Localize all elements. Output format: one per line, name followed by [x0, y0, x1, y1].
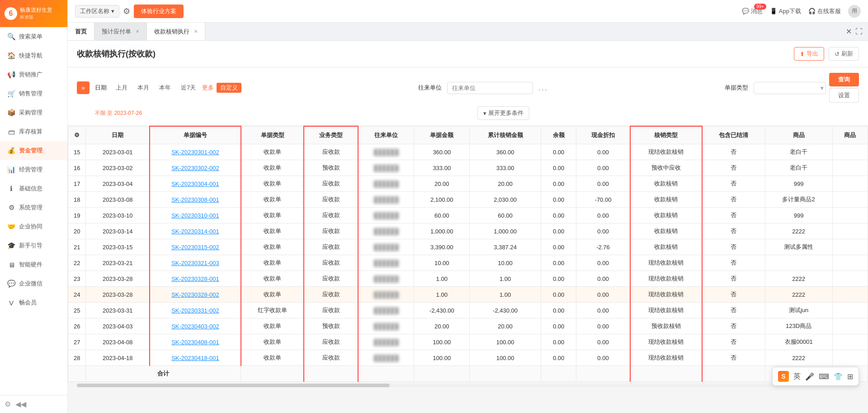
tab-expand-icon[interactable]: ⛶ — [855, 28, 863, 36]
doc-no-link[interactable]: SK-20230302-002 — [171, 165, 219, 171]
sidebar-item-basic[interactable]: ℹ 基础信息 — [0, 179, 67, 198]
col-settings-header[interactable]: ⚙ — [68, 126, 86, 144]
col-amount-header[interactable]: 单据金额 — [414, 126, 470, 144]
cell-discount: -2.76 — [576, 239, 630, 255]
sidebar-item-inventory[interactable]: 🗃 库存核算 — [0, 122, 67, 141]
doc-no-link[interactable]: SK-20230314-001 — [171, 228, 219, 235]
doc-no-link[interactable]: SK-20230304-001 — [171, 180, 219, 187]
date-btn-this-month[interactable]: 本月 — [134, 83, 153, 93]
cell-balance: 0.00 — [541, 350, 576, 366]
refresh-button[interactable]: ↺ 刷新 — [829, 47, 859, 61]
cell-no: 23 — [68, 271, 86, 287]
doc-no-link[interactable]: SK-20230418-001 — [171, 355, 219, 361]
doc-no-link[interactable]: SK-20230328-002 — [171, 291, 219, 298]
cell-date: 2023-03-08 — [86, 192, 150, 208]
workspace-selector[interactable]: 工作区名称 ▾ — [75, 5, 119, 18]
cell-biztype: 应收款 — [304, 208, 358, 223]
col-docno-header[interactable]: 单据编号 — [150, 126, 241, 144]
sidebar-item-marketing[interactable]: 📢 营销推广 — [0, 65, 67, 84]
date-more-link[interactable]: 更多 — [202, 84, 214, 92]
receipt-type-select[interactable] — [754, 82, 826, 94]
tab-close-all-icon[interactable]: ✕ — [846, 27, 852, 36]
sidebar-item-enterprise[interactable]: 🤝 企业协同 — [0, 217, 67, 236]
sidebar-item-system[interactable]: ⚙ 系统管理 — [0, 198, 67, 217]
col-biztype-header[interactable]: 业务类型 — [304, 126, 358, 144]
date-btn-this-year[interactable]: 本年 — [156, 83, 175, 93]
doc-no-link[interactable]: SK-20230308-001 — [171, 196, 219, 203]
col-date-header[interactable]: 日期 — [86, 126, 150, 144]
tab-close-collection[interactable]: ✕ — [194, 29, 198, 34]
filter-toggle-button[interactable]: » — [77, 81, 90, 94]
date-btn-last-month[interactable]: 上月 — [112, 83, 131, 93]
col-canceltype-header[interactable]: 核销类型 — [630, 126, 703, 144]
cell-amount: 100.00 — [414, 334, 470, 350]
col-goods2-header[interactable]: 商品 — [832, 126, 868, 144]
col-partner-header[interactable]: 往来单位 — [358, 126, 414, 144]
search-icon: 🔍 — [7, 33, 15, 41]
doc-no-link[interactable]: SK-20230408-001 — [171, 339, 219, 346]
expand-conditions-button[interactable]: ▾ 展开更多条件 — [477, 106, 529, 120]
collapse-icon[interactable]: ◀◀ — [15, 400, 26, 408]
sidebar-item-operation[interactable]: 📊 经营管理 — [0, 160, 67, 179]
sidebar-item-label: 畅会员 — [19, 299, 37, 307]
cell-date: 2023-03-10 — [86, 208, 150, 223]
pre-payment-tab-label: 预计应付单 — [102, 28, 131, 36]
receipt-type-label: 单据类型 — [725, 84, 748, 92]
date-btn-7days[interactable]: 近7天 — [177, 83, 199, 93]
doc-no-link[interactable]: SK-20230310-001 — [171, 212, 219, 219]
floating-panel-ying[interactable]: 英 — [793, 372, 801, 381]
user-avatar[interactable]: 用 — [848, 5, 861, 18]
cell-partner: ██████ — [358, 318, 414, 334]
home-tab-label: 首页 — [75, 28, 87, 36]
cell-no: 17 — [68, 176, 86, 192]
tab-close-pre-payment[interactable]: ✕ — [136, 29, 139, 34]
tab-home[interactable]: 首页 — [68, 23, 94, 40]
doc-no-link[interactable]: SK-20230315-002 — [171, 244, 219, 251]
industry-btn[interactable]: 体验行业方案 — [134, 5, 184, 18]
table-container[interactable]: ⚙ 日期 单据编号 单据类型 业务类型 往来单位 单据金额 累计核销金额 余额 … — [68, 126, 868, 413]
online-service-item[interactable]: 🎧 在线客服 — [808, 7, 841, 15]
cell-date: 2023-03-31 — [86, 303, 150, 318]
col-goods1-header[interactable]: 商品 — [765, 126, 832, 144]
sidebar-item-purchase[interactable]: 📦 采购管理 — [0, 103, 67, 122]
cell-includesettled: 否 — [702, 192, 765, 208]
cell-amount: 20.00 — [414, 176, 470, 192]
table-row: 17 2023-03-04 SK-20230304-001 收款单 应收款 ██… — [68, 176, 868, 192]
col-cumamount-header[interactable]: 累计核销金额 — [470, 126, 541, 144]
sidebar-item-guide[interactable]: 🎓 新手引导 — [0, 236, 67, 255]
floating-panel-shirt[interactable]: 👕 — [834, 372, 843, 381]
messages-item[interactable]: 💬 消息 99+ — [742, 7, 763, 15]
doc-no-link[interactable]: SK-20230403-002 — [171, 323, 219, 330]
sidebar-item-sales[interactable]: 🛒 销售管理 — [0, 84, 67, 103]
col-includesettled-header[interactable]: 包含已结清 — [702, 126, 765, 144]
horizontal-scrollbar[interactable] — [77, 384, 859, 387]
sidebar-item-finance[interactable]: 💰 资金管理 — [0, 141, 67, 160]
doc-no-link[interactable]: SK-20230331-002 — [171, 307, 219, 314]
cell-includesettled: 否 — [702, 318, 765, 334]
doc-no-link[interactable]: SK-20230328-001 — [171, 275, 219, 282]
doc-no-link[interactable]: SK-20230321-003 — [171, 260, 219, 266]
col-discount-header[interactable]: 现金折扣 — [576, 126, 630, 144]
floating-panel-keyboard[interactable]: ⌨ — [819, 372, 829, 381]
date-custom-btn[interactable]: 自定义 — [217, 83, 241, 93]
partner-input[interactable] — [447, 82, 533, 94]
sidebar-item-quicknav[interactable]: 🏠 快捷导航 — [0, 46, 67, 65]
query-button[interactable]: 查询 — [829, 73, 859, 86]
app-download-item[interactable]: 📱 App下载 — [770, 7, 801, 15]
topbar-gear-icon[interactable]: ⚙ — [123, 6, 130, 16]
col-doctype-header[interactable]: 单据类型 — [241, 126, 304, 144]
doc-no-link[interactable]: SK-20230301-002 — [171, 149, 219, 156]
cell-docno: SK-20230328-002 — [150, 287, 241, 303]
tab-pre-payment[interactable]: 预计应付单 ✕ — [94, 23, 147, 40]
floating-panel-grid[interactable]: ⊞ — [847, 372, 853, 381]
floating-panel-mic[interactable]: 🎤 — [805, 372, 814, 381]
col-balance-header[interactable]: 余额 — [541, 126, 576, 144]
sidebar-item-search[interactable]: 🔍 搜索菜单 — [0, 27, 67, 46]
sidebar-item-member[interactable]: V 畅会员 — [0, 293, 67, 312]
sidebar-item-wechat[interactable]: 💬 企业微信 — [0, 274, 67, 293]
export-button[interactable]: ⬆ 导出 — [794, 47, 824, 61]
tab-collection-exec[interactable]: 收款核销执行 ✕ — [147, 23, 205, 40]
filter-settings-button[interactable]: 设置 — [829, 88, 859, 103]
settings-bottom-icon[interactable]: ⚙ — [5, 400, 11, 408]
sidebar-item-hardware[interactable]: 🖥 智能硬件 — [0, 255, 67, 274]
